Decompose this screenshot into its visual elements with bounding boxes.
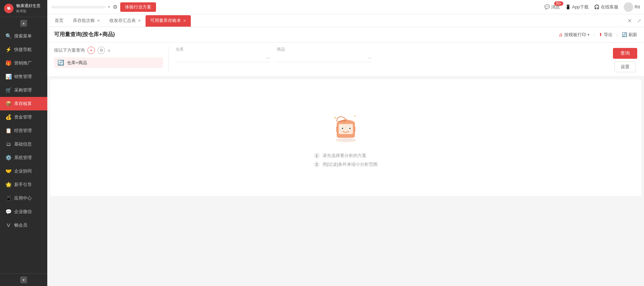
page-header: 可用量查询(按仓库+商品) 🖨 按模板打印 ▾ | ⬆ 导出 | 🔄 刷新 <box>47 27 644 43</box>
refresh-label: 刷新 <box>628 32 637 38</box>
header-gear-icon[interactable]: ⚙ <box>113 4 118 10</box>
refresh-button[interactable]: 🔄 刷新 <box>622 32 637 38</box>
sidebar-item-purchase[interactable]: 🛒 采购管理 <box>0 83 47 97</box>
svg-point-5 <box>342 128 343 129</box>
system-icon: ⚙️ <box>5 155 11 161</box>
sidebar-item-guide[interactable]: 🌟 新手引导 <box>0 178 47 191</box>
sidebar-item-member[interactable]: V 畅会员 <box>0 218 47 232</box>
print-dropdown-icon[interactable]: ▾ <box>588 33 589 36</box>
sidebar-item-shortcut[interactable]: ⚡ 快捷导航 <box>0 43 47 56</box>
tab-close-available-ledger[interactable]: ✕ <box>183 19 186 23</box>
tab-available-ledger[interactable]: 可用量库存账本✕ <box>146 15 191 27</box>
marketing-icon: 🎁 <box>5 60 11 66</box>
basic-icon: 🗂 <box>5 141 11 147</box>
top-header: ▾ ⚙ 体验行业方案 💬 消息 99+ 📱 App下载 🎧 在线客服 Rit <box>47 0 644 14</box>
header-search-input[interactable] <box>51 6 105 8</box>
sidebar-item-label-shortcut: 快捷导航 <box>14 47 32 53</box>
export-label: 导出 <box>604 32 613 38</box>
tab-bar-close-icon[interactable]: ✕ <box>627 17 632 24</box>
product-dots-icon[interactable]: ··· <box>367 55 371 60</box>
product-input[interactable] <box>277 55 367 60</box>
trial-button[interactable]: 体验行业方案 <box>120 2 156 12</box>
finance-icon: 💰 <box>5 114 11 120</box>
sidebar-item-label-apps: 应用中心 <box>14 195 32 201</box>
print-icon: 🖨 <box>559 32 563 37</box>
warehouse-input[interactable] <box>176 55 266 60</box>
sidebar-item-wechat[interactable]: 💬 企业微信 <box>0 205 47 218</box>
filter-right: 仓库 ··· 商品 ··· 查询 设置 <box>169 47 637 72</box>
sidebar-item-marketing[interactable]: 🎁 营销推广 <box>0 56 47 70</box>
print-button[interactable]: 🖨 按模板打印 ▾ <box>559 32 589 38</box>
sidebar-item-sales[interactable]: 📊 销售管理 <box>0 70 47 83</box>
sidebar-item-label-basic: 基础信息 <box>14 141 32 147</box>
sidebar-item-search[interactable]: 🔍 搜索菜单 <box>0 29 47 43</box>
shortcut-icon: ⚡ <box>5 47 11 53</box>
sales-icon: 📊 <box>5 74 11 80</box>
export-icon: ⬆ <box>599 32 602 37</box>
empty-icon: ✦ ✦ ✦ <box>327 106 364 145</box>
filter-actions: 查询 设置 <box>613 47 637 72</box>
header-dropdown-icon[interactable]: ▾ <box>108 5 110 9</box>
print-label: 按模板打印 <box>564 32 586 38</box>
message-icon-area[interactable]: 💬 消息 99+ <box>544 4 560 10</box>
inventory-icon: 📦 <box>5 101 11 107</box>
sidebar-version: 标准版 <box>16 9 41 14</box>
product-label: 商品 <box>277 47 371 52</box>
sidebar-item-basic[interactable]: 🗂 基础信息 <box>0 137 47 151</box>
sidebar-scroll-down[interactable]: ▼ <box>20 277 27 283</box>
user-area[interactable]: Rit <box>624 2 640 12</box>
product-filter: 商品 ··· <box>277 47 371 62</box>
sidebar-item-finance[interactable]: 💰 资金管理 <box>0 110 47 124</box>
filter-section: 按以下方案查询 + ⚙ « 🔄 仓库+商品 仓库 ··· <box>47 43 644 77</box>
tab-batch-ledger[interactable]: 库存批次账✕ <box>68 15 105 27</box>
refresh-icon: 🔄 <box>622 32 627 37</box>
search-icon: 🔍 <box>5 33 11 39</box>
warehouse-dots-icon[interactable]: ··· <box>266 55 270 60</box>
sidebar-item-label-marketing: 营销推广 <box>14 60 32 66</box>
sidebar-item-label-operations: 经营管理 <box>14 128 32 134</box>
filter-left: 按以下方案查询 + ⚙ « 🔄 仓库+商品 <box>54 47 169 72</box>
sidebar-scroll-up[interactable]: ▲ <box>20 20 27 27</box>
scheme-icon: 🔄 <box>57 59 64 66</box>
tab-bar-expand-icon[interactable]: ⤢ <box>637 18 641 23</box>
sidebar-logo: 畅 <box>4 4 14 13</box>
add-scheme-button[interactable]: + <box>87 47 95 54</box>
sidebar-item-label-sales: 销售管理 <box>14 74 32 80</box>
tab-receipt-summary[interactable]: 收发存汇总表✕ <box>105 15 146 27</box>
app-download-area[interactable]: 📱 App下载 <box>565 4 589 10</box>
sidebar-item-label-purchase: 采购管理 <box>14 87 32 93</box>
sidebar-item-label-search: 搜索菜单 <box>14 33 32 39</box>
scheme-settings-button[interactable]: ⚙ <box>98 47 105 54</box>
tab-close-batch-ledger[interactable]: ✕ <box>97 19 100 23</box>
sidebar-item-label-finance: 资金管理 <box>14 114 32 120</box>
tab-label-batch-ledger: 库存批次账 <box>73 18 95 24</box>
sidebar-item-label-wechat: 企业微信 <box>14 209 32 215</box>
svg-text:✦: ✦ <box>351 120 353 123</box>
svg-text:✦: ✦ <box>354 114 356 118</box>
tab-label-available-ledger: 可用量库存账本 <box>150 18 181 24</box>
sidebar-item-inventory[interactable]: 📦 库存核算 <box>0 97 47 110</box>
tab-close-receipt-summary[interactable]: ✕ <box>138 19 141 23</box>
scheme-item[interactable]: 🔄 仓库+商品 <box>54 57 163 68</box>
collapse-button[interactable]: « <box>108 48 110 53</box>
empty-state: ✦ ✦ ✦ 1 请先选择要分析的方案 2 用[过滤]条件来缩小分析范围 <box>50 79 641 196</box>
tab-home[interactable]: 首页 <box>50 15 68 27</box>
sidebar-item-label-guide: 新手引导 <box>14 182 32 188</box>
tab-bar: 首页库存批次账✕收发存汇总表✕可用量库存账本✕✕ ⤢ <box>47 14 644 27</box>
settings-button[interactable]: 设置 <box>614 61 636 72</box>
sidebar-item-cooperation[interactable]: 🤝 企业协同 <box>0 164 47 178</box>
scheme-name: 仓库+商品 <box>67 60 87 66</box>
message-badge: 99+ <box>554 1 563 6</box>
query-button[interactable]: 查询 <box>613 48 637 59</box>
sidebar-item-operations[interactable]: 📋 经营管理 <box>0 124 47 137</box>
wechat-icon: 💬 <box>5 209 11 215</box>
sidebar-item-label-cooperation: 企业协同 <box>14 168 32 174</box>
sidebar-header: 畅 畅康通好生意 标准版 <box>0 0 47 17</box>
online-service-area[interactable]: 🎧 在线客服 <box>594 4 618 10</box>
sidebar-item-apps[interactable]: 📱 应用中心 <box>0 191 47 205</box>
svg-point-6 <box>349 128 351 129</box>
export-button[interactable]: ⬆ 导出 <box>599 32 613 38</box>
sidebar-item-system[interactable]: ⚙️ 系统管理 <box>0 151 47 164</box>
page-content: 可用量查询(按仓库+商品) 🖨 按模板打印 ▾ | ⬆ 导出 | 🔄 刷新 <box>47 27 644 286</box>
warehouse-filter: 仓库 ··· <box>176 47 270 62</box>
